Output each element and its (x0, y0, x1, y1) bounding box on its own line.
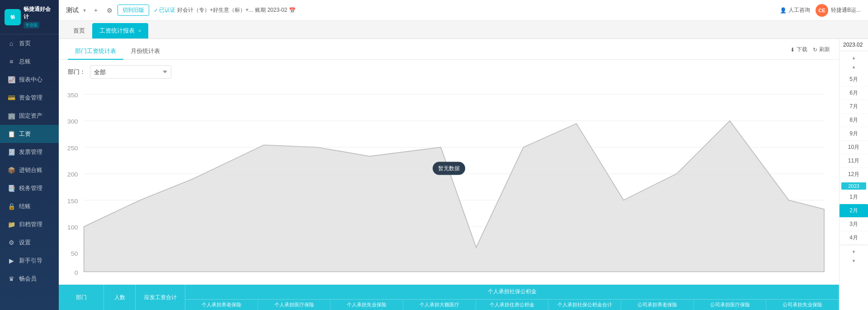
invoice-icon: 🧾 (7, 148, 15, 156)
sidebar-item-settings[interactable]: ⚙ 设置 (0, 234, 59, 252)
home-icon: ⌂ (7, 40, 15, 47)
settings-button[interactable]: ⚙ (104, 5, 115, 16)
user-name: 轻捷通B运... (831, 6, 861, 14)
add-button[interactable]: ＋ (90, 5, 101, 16)
sidebar-item-purchase[interactable]: 📦 进销台账 (0, 161, 59, 179)
group-subs: 个人承担养老保险 个人承担医疗保险 个人承担失业保险 个人承担大额医疗 个人承担 (185, 300, 839, 310)
company-title: 测试 (66, 6, 79, 14)
group-header-personal-social: 个人承担社保公积金 (185, 285, 839, 300)
date-item-9[interactable]: 9月 (840, 127, 868, 141)
date-nav-down2-btn[interactable]: ▼ (849, 256, 859, 265)
sidebar-item-label: 新手引导 (19, 257, 42, 265)
sidebar-item-label: 总账 (19, 57, 31, 66)
sidebar-item-home[interactable]: ⌂ 首页 (0, 34, 59, 52)
date-item-10[interactable]: 10月 (840, 141, 868, 154)
svg-text:0: 0 (75, 269, 78, 276)
sidebar-item-invoice[interactable]: 🧾 发票管理 (0, 143, 59, 161)
col-salary-total: 应发工资合计 (136, 285, 185, 310)
sidebar-item-funds[interactable]: 💳 资金管理 (0, 89, 59, 107)
sidebar-item-label: 发票管理 (19, 148, 42, 156)
closing-icon: 🔒 (7, 203, 15, 210)
logo-text-area: 畅捷通好会计 专业版 (24, 5, 54, 29)
sidebar-item-label: 进销台账 (19, 166, 42, 174)
sidebar-item-member[interactable]: ♛ 畅会员 (0, 270, 59, 288)
main-area: 测试 ▾ ＋ ⚙ 切到旧版 ✓ 已认证 好会计（专）+好生意（标）+... 账期… (59, 0, 868, 310)
archive-icon: 📁 (7, 221, 15, 228)
reports-icon: 📈 (7, 76, 15, 83)
col-pension: 个人承担养老保险 (185, 300, 258, 310)
app-name: 畅捷通好会计 (24, 5, 54, 21)
service-button[interactable]: 👤 人工咨询 (780, 6, 810, 14)
topbar-tags: ✓ 已认证 好会计（专）+好生意（标）+... 账期 2023-02 📅 (154, 6, 775, 14)
date-nav-up2-btn[interactable]: ▲ (849, 62, 859, 71)
svg-text:250: 250 (67, 144, 78, 152)
sidebar-item-label: 归档管理 (19, 220, 42, 229)
switch-old-version-button[interactable]: 切到旧版 (118, 5, 149, 16)
sidebar-item-reports[interactable]: 📈 报表中心 (0, 71, 59, 89)
chart-area: 350 300 250 200 150 100 50 0 (59, 84, 839, 285)
tab-home[interactable]: 首页 (66, 23, 92, 38)
topbar-right: 👤 人工咨询 CE 轻捷通B运... (780, 4, 861, 17)
guide-icon: ▶ (7, 257, 15, 264)
sidebar: 畅 畅捷通好会计 专业版 ⌂ 首页 ≡ 总账 📈 报表中心 💳 资金管理 🏢 固… (0, 0, 59, 310)
filter-bar: 部门： 全部 财务部 人事部 销售部 技术部 (59, 60, 839, 84)
sidebar-item-ledger[interactable]: ≡ 总账 (0, 52, 59, 71)
sidebar-item-salary[interactable]: 📋 工资 (0, 125, 59, 143)
app-logo: 畅 畅捷通好会计 专业版 (0, 0, 59, 34)
sub-tab-actions: ⬇ 下载 ↻ 刷新 (790, 46, 830, 57)
date-item-2023-4[interactable]: 4月 (840, 231, 868, 245)
date-item-6[interactable]: 6月 (840, 86, 868, 100)
assets-icon: 🏢 (7, 112, 15, 119)
sidebar-item-archive[interactable]: 📁 归档管理 (0, 215, 59, 234)
sidebar-item-label: 工资 (19, 130, 31, 138)
date-nav-up-btn[interactable]: ▲ (849, 53, 859, 62)
refresh-button[interactable]: ↻ 刷新 (813, 46, 830, 53)
col-unemployment: 个人承担失业保险 (330, 300, 403, 310)
date-item-2023-2[interactable]: 2月 (840, 204, 868, 218)
date-item-11[interactable]: 11月 (840, 154, 868, 168)
sidebar-item-label: 资金管理 (19, 94, 42, 102)
col-company-unemployment: 公司承担失业保险 (766, 300, 839, 310)
date-item-2023-1[interactable]: 1月 (840, 191, 868, 204)
col-company-pension: 公司承担养老保险 (621, 300, 694, 310)
sub-tab-dept[interactable]: 部门工资统计表 (68, 43, 123, 60)
sub-tab-month[interactable]: 月份统计表 (123, 43, 167, 60)
table-header: 部门 人数 应发工资合计 个人承担社保公积金 个人承担养老保险 (59, 285, 839, 310)
salary-chart: 350 300 250 200 150 100 50 0 (63, 89, 830, 280)
refresh-icon: ↻ (813, 47, 817, 53)
main-content: 部门工资统计表 月份统计表 ⬇ 下载 ↻ 刷新 (59, 39, 839, 310)
sidebar-item-label: 固定资产 (19, 112, 42, 120)
col-housing: 个人承担住房公积金 (476, 300, 549, 310)
sidebar-item-assets[interactable]: 🏢 固定资产 (0, 107, 59, 125)
topbar-actions: ＋ ⚙ 切到旧版 (90, 5, 149, 16)
dept-filter-label: 部门： (68, 68, 85, 76)
date-item-7[interactable]: 7月 (840, 100, 868, 114)
sidebar-item-label: 税务管理 (19, 184, 42, 192)
member-icon: ♛ (7, 275, 15, 282)
date-panel: 2023.02 ▲ ▲ 5月 6月 7月 8月 9月 10月 11月 12月 2… (839, 39, 868, 310)
date-nav-down-btn[interactable]: ▼ (849, 247, 859, 256)
col-group-personal-social: 个人承担社保公积金 个人承担养老保险 个人承担医疗保险 个人承担失业保险 (185, 285, 839, 310)
date-item-8[interactable]: 8月 (840, 114, 868, 127)
sidebar-item-guide[interactable]: ▶ 新手引导 (0, 252, 59, 270)
date-item-2023-3[interactable]: 3月 (840, 218, 868, 231)
current-year-month: 2023.02 (843, 42, 863, 48)
sidebar-item-label: 结账 (19, 202, 31, 210)
sidebar-item-tax[interactable]: 📑 税务管理 (0, 179, 59, 197)
app-edition: 专业版 (24, 22, 39, 29)
col-serious-illness: 个人承担大额医疗 (403, 300, 476, 310)
sidebar-item-label: 畅会员 (19, 275, 37, 283)
tab-salary-report[interactable]: 工资统计报表 × (92, 23, 148, 38)
date-item-12[interactable]: 12月 (840, 168, 868, 181)
col-medical: 个人承担医疗保险 (258, 300, 331, 310)
date-item-5[interactable]: 5月 (840, 73, 868, 86)
funds-icon: 💳 (7, 94, 15, 101)
date-panel-header: 2023.02 (840, 39, 868, 51)
dropdown-arrow-icon: ▾ (83, 7, 86, 14)
dept-filter-select[interactable]: 全部 财务部 人事部 销售部 技术部 (90, 65, 171, 79)
svg-text:50: 50 (71, 250, 78, 258)
product-tags: 好会计（专）+好生意（标）+... (177, 6, 253, 14)
sidebar-item-closing[interactable]: 🔒 结账 (0, 197, 59, 215)
tab-close-icon[interactable]: × (138, 28, 141, 33)
download-button[interactable]: ⬇ 下载 (790, 46, 807, 53)
